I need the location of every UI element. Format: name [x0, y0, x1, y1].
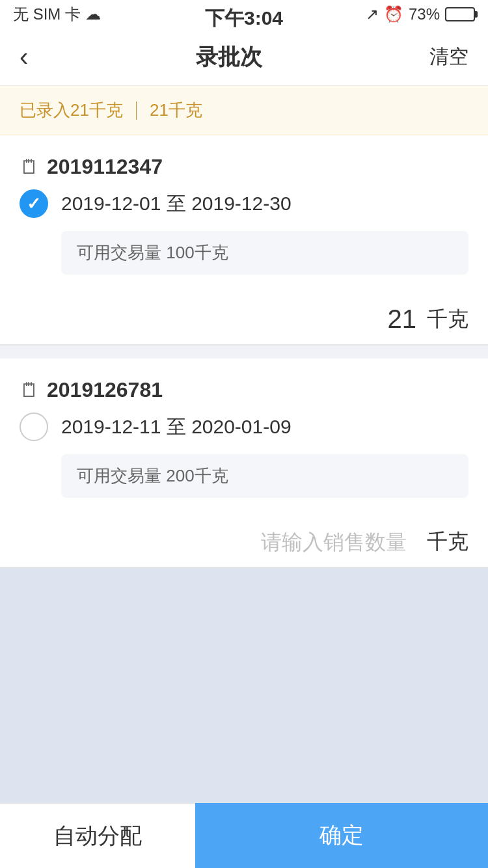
batch-item-1: 🗒 2019112347 2019-12-01 至 2019-12-30 可用交… — [0, 135, 488, 275]
batch2-input-row: 千克 — [0, 517, 488, 568]
status-bar: 无 SIM 卡 ☁ 下午3:04 ↗ ⏰ 73% — [0, 0, 488, 29]
banner-divider — [136, 102, 137, 120]
status-time: 下午3:04 — [205, 5, 283, 32]
batch1-avail: 可用交易量 100千克 — [61, 231, 468, 275]
batch1-radio[interactable] — [20, 189, 48, 218]
batch2-radio[interactable] — [20, 413, 48, 441]
battery-icon — [445, 7, 475, 21]
batch1-date-row: 2019-12-01 至 2019-12-30 — [20, 189, 468, 218]
batch1-icon: 🗒 — [20, 156, 39, 178]
batch2-date-row: 2019-12-11 至 2020-01-09 — [20, 413, 468, 441]
status-left: 无 SIM 卡 ☁ — [13, 4, 101, 25]
batch-item-2: 🗒 2019126781 2019-12-11 至 2020-01-09 可用交… — [0, 359, 488, 498]
batch1-date: 2019-12-01 至 2019-12-30 — [61, 191, 291, 217]
alarm-icon: ⏰ — [384, 5, 403, 23]
auto-distribute-button[interactable]: 自动分配 — [0, 803, 195, 868]
batch1-qty-value: 21 — [388, 305, 417, 334]
batch1-id: 2019112347 — [47, 155, 163, 179]
battery-percent: 73% — [409, 5, 440, 23]
clear-button[interactable]: 清空 — [429, 44, 468, 70]
batch2-icon: 🗒 — [20, 379, 39, 401]
back-button[interactable]: ‹ — [20, 42, 28, 72]
batch2-header: 🗒 2019126781 — [20, 378, 468, 402]
quantity-input[interactable] — [156, 530, 416, 554]
batch1-qty-unit: 千克 — [427, 305, 468, 334]
batch-card-1: 🗒 2019112347 2019-12-01 至 2019-12-30 可用交… — [0, 135, 488, 346]
batch-card-2: 🗒 2019126781 2019-12-11 至 2020-01-09 可用交… — [0, 359, 488, 568]
status-right: ↗ ⏰ 73% — [366, 5, 475, 23]
recorded-label: 已录入21千克 — [20, 99, 123, 122]
confirm-button[interactable]: 确定 — [195, 803, 488, 868]
batch2-unit: 千克 — [427, 528, 468, 556]
batch1-header: 🗒 2019112347 — [20, 155, 468, 179]
sim-label: 无 SIM 卡 ☁ — [13, 4, 101, 25]
batch2-id: 2019126781 — [47, 378, 163, 402]
batch2-date: 2019-12-11 至 2020-01-09 — [61, 414, 291, 441]
location-icon: ↗ — [366, 5, 379, 23]
amount-label: 21千克 — [150, 99, 202, 122]
info-banner: 已录入21千克 21千克 — [0, 86, 488, 135]
page-title: 录批次 — [196, 42, 262, 72]
nav-bar: ‹ 录批次 清空 — [0, 29, 488, 86]
batch2-avail: 可用交易量 200千克 — [61, 454, 468, 498]
section-separator — [0, 346, 488, 359]
batch1-qty-row: 21 千克 — [0, 294, 488, 346]
bottom-bar: 自动分配 确定 — [0, 803, 488, 868]
